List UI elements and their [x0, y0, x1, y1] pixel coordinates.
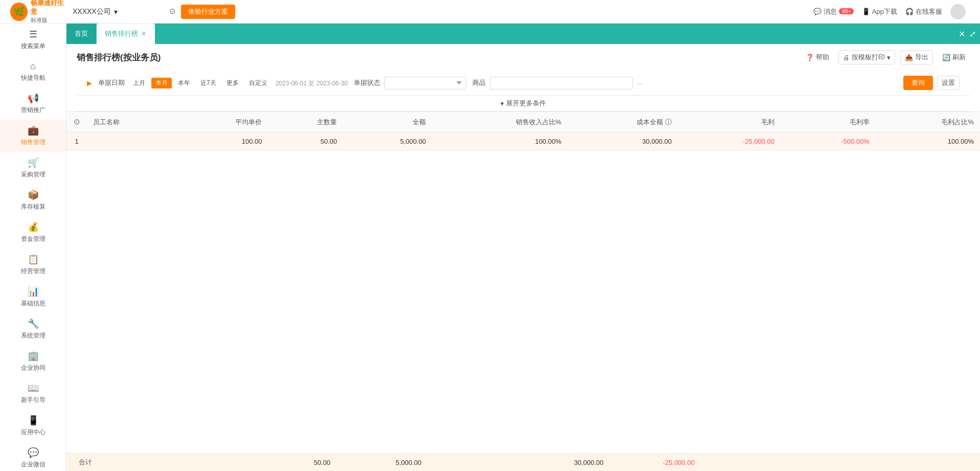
date-filter-group: 单据日期 上月 本月 本年 近7天 更多 自定义 2023-06-01 至 20…	[98, 78, 348, 88]
sidebar-item-app-center[interactable]: 📱 应用中心	[0, 410, 66, 442]
logo-area: 🌿 畅康通好生意 标准版	[6, 0, 73, 24]
expand-filters-bar: ▾ 展开更多条件	[77, 96, 970, 111]
footer-gross-margin	[701, 459, 792, 466]
sidebar-item-system[interactable]: 🔧 系统管理	[0, 313, 66, 345]
query-button[interactable]: 查询	[903, 76, 933, 90]
export-button[interactable]: 📤 导出	[900, 50, 933, 64]
sidebar-item-label: 企业协同	[21, 364, 45, 372]
date-range-display: 2023-06-01 至 2023-06-30	[276, 79, 348, 88]
col-gross-profit: 毛利	[678, 112, 781, 132]
main-content: 首页 销售排行榜 ✕ ✕ ⤢ 销售排行榜(按业务员) ❓	[66, 24, 980, 471]
filter-collapse-btn[interactable]: ▶	[87, 79, 92, 87]
sidebar-item-sales[interactable]: 💼 销售管理	[0, 120, 66, 152]
cell-index: 1	[66, 132, 87, 151]
cell-gross-profit: -25,000.00	[678, 132, 781, 151]
query-action-group: 查询 设置	[903, 76, 960, 90]
table-footer: 合计 50.00 5,000.00 30,000.00 -25,000.00	[66, 453, 980, 471]
footer-gross-ratio	[792, 459, 883, 466]
sidebar-item-label: 营销推广	[21, 106, 45, 115]
search-icon: ☰	[29, 29, 37, 40]
goods-more-icon[interactable]: ···	[637, 79, 643, 87]
app-download-group[interactable]: 📱 App下载	[862, 7, 897, 16]
online-service-label: 在线客服	[916, 7, 942, 16]
date-tab-more[interactable]: 更多	[222, 78, 243, 88]
sidebar-item-guide[interactable]: 📖 新手引导	[0, 377, 66, 410]
footer-main-qty: 50.00	[245, 459, 336, 466]
settings-icon[interactable]: ⚙	[169, 7, 176, 16]
top-header: 🌿 畅康通好生意 标准版 XXXXX公司 ▾ ⚙ 体验行业方案 💬 消息 99+…	[0, 0, 980, 24]
col-amount: 全额	[343, 112, 432, 132]
status-filter-select[interactable]	[384, 77, 466, 89]
messages-group[interactable]: 💬 消息 99+	[813, 7, 854, 16]
message-icon: 💬	[813, 8, 822, 15]
sidebar-item-label: 新手引导	[21, 396, 45, 405]
tab-bar-right: ✕ ⤢	[959, 29, 980, 39]
date-tab-prev-month[interactable]: 上月	[129, 78, 149, 88]
date-tab-custom[interactable]: 自定义	[245, 78, 271, 88]
tab-home[interactable]: 首页	[66, 24, 97, 44]
cell-gross-margin: -500.00%	[781, 132, 876, 151]
app-download-label: App下载	[872, 7, 897, 16]
cell-cost-amount: 30,000.00	[567, 132, 678, 151]
tab-close-icon[interactable]: ✕	[141, 30, 146, 37]
online-service-group[interactable]: 🎧 在线客服	[905, 7, 942, 16]
refresh-button[interactable]: 🔄 刷新	[938, 51, 970, 64]
cell-sales-ratio: 100.00%	[432, 132, 567, 151]
col-gross-ratio: 毛利占比%	[876, 112, 980, 132]
cell-gross-ratio: 100.00%	[876, 132, 980, 151]
sidebar-item-label: 搜索菜单	[21, 42, 45, 51]
app-layout: ☰ 搜索菜单 ⌂ 快捷导航 📢 营销推广 💼 销售管理 🛒 采购管理 📦 库存核…	[0, 24, 980, 471]
tab-home-label: 首页	[75, 29, 88, 38]
expand-window-icon[interactable]: ⤢	[969, 29, 976, 39]
sidebar-item-search-order[interactable]: ☰ 搜索菜单	[0, 24, 66, 56]
print-button[interactable]: 🖨 按模板打印 ▾	[838, 50, 895, 64]
home-icon: ⌂	[30, 61, 36, 72]
help-button[interactable]: ❓ 帮助	[802, 51, 833, 64]
page-header: 销售排行榜(按业务员) ❓ 帮助 🖨 按模板打印 ▾ 📤	[66, 44, 980, 112]
expand-filters-button[interactable]: ▾ 展开更多条件	[500, 99, 546, 108]
cell-amount: 5,000.00	[343, 132, 432, 151]
logo-text: 畅康通好生意 标准版	[31, 0, 69, 24]
guide-icon: 📖	[28, 383, 39, 394]
close-window-icon[interactable]: ✕	[959, 29, 965, 39]
sidebar-item-basic-info[interactable]: 📊 基础信息	[0, 281, 66, 313]
print-icon: 🖨	[843, 54, 850, 61]
date-tab-last-7-days[interactable]: 近7天	[196, 78, 220, 88]
sidebar-item-marketing[interactable]: 📢 营销推广	[0, 87, 66, 120]
col-settings[interactable]: ⚙	[66, 112, 87, 132]
company-selector[interactable]: XXXXX公司 ▾	[73, 7, 165, 16]
sidebar-item-quick-nav[interactable]: ⌂ 快捷导航	[0, 56, 66, 87]
sidebar-item-label: 经营管理	[21, 267, 45, 276]
date-filter-label: 单据日期	[98, 78, 125, 87]
date-tab-this-month[interactable]: 本月	[151, 78, 172, 88]
sidebar-item-purchase[interactable]: 🛒 采购管理	[0, 152, 66, 184]
goods-filter-input[interactable]	[490, 77, 633, 89]
sidebar-item-operations[interactable]: 📋 经营管理	[0, 249, 66, 281]
sidebar-item-wechat[interactable]: 💬 企业微信	[0, 442, 66, 471]
basic-info-icon: 📊	[28, 286, 39, 297]
page-actions: ❓ 帮助 🖨 按模板打印 ▾ 📤 导出 🔄	[802, 50, 970, 64]
page-content: 销售排行榜(按业务员) ❓ 帮助 🖨 按模板打印 ▾ 📤	[66, 44, 980, 471]
data-table: ⚙ 员工名称 平均单价 主数量 全额 销售收入占比% 成本全额 ⓘ 毛利 毛利率…	[66, 112, 980, 151]
settings-sidebar-button[interactable]: 设置	[937, 76, 960, 90]
help-icon: ❓	[806, 54, 814, 61]
sidebar-item-finance[interactable]: 💰 资金管理	[0, 216, 66, 249]
trial-button[interactable]: 体验行业方案	[181, 5, 235, 19]
filter-bar: ▶ 单据日期 上月 本月 本年 近7天 更多 自定义	[77, 71, 970, 96]
phone-icon: 📱	[862, 8, 870, 15]
tab-sales-ranking[interactable]: 销售排行榜 ✕	[97, 24, 155, 44]
gear-icon[interactable]: ⚙	[73, 118, 80, 126]
date-tab-this-year[interactable]: 本年	[174, 78, 194, 88]
expand-filters-label: 展开更多条件	[506, 99, 546, 108]
table-wrapper: ⚙ 员工名称 平均单价 主数量 全额 销售收入占比% 成本全额 ⓘ 毛利 毛利率…	[66, 112, 980, 453]
avatar[interactable]	[950, 4, 966, 19]
sidebar-item-enterprise[interactable]: 🏢 企业协同	[0, 345, 66, 377]
page-title: 销售排行榜(按业务员)	[77, 52, 161, 63]
headset-icon: 🎧	[905, 8, 914, 15]
messages-badge: 99+	[839, 8, 854, 14]
sidebar-item-inventory[interactable]: 📦 库存核算	[0, 184, 66, 216]
col-sales-ratio: 销售收入占比%	[432, 112, 567, 132]
print-chevron-icon: ▾	[887, 54, 891, 61]
footer-amount: 5,000.00	[336, 459, 427, 466]
export-icon: 📤	[905, 54, 913, 61]
